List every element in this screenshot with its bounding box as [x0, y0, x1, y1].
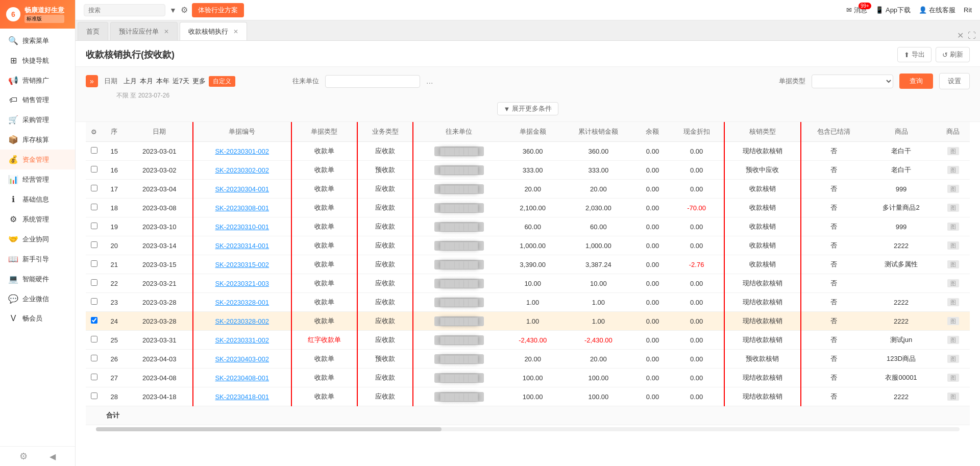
tab-prepay[interactable]: 预计应应付单✕ [110, 22, 178, 40]
export-icon: ⬆ [904, 51, 910, 59]
cell-checkbox[interactable] [86, 312, 102, 331]
sidebar-item-shortcut[interactable]: ⊞快捷导航 [0, 51, 75, 70]
total-include [801, 406, 866, 425]
filter-partner-input[interactable] [325, 75, 420, 88]
filter-dots[interactable]: ... [426, 77, 433, 86]
doc-no-link[interactable]: SK-20230304-001 [215, 185, 269, 193]
table-row[interactable]: 18 2023-03-08 SK-20230308-001 收款单 应收款 ██… [86, 199, 970, 217]
guide-icon: 📖 [8, 254, 18, 264]
doc-no-link[interactable]: SK-20230408-001 [215, 374, 269, 382]
sidebar-item-member[interactable]: V畅会员 [0, 309, 75, 328]
cell-checkbox[interactable] [86, 236, 102, 255]
cell-include-settled: 否 [801, 331, 866, 350]
cell-checkbox[interactable] [86, 161, 102, 180]
filter-more[interactable]: 更多 [192, 77, 206, 86]
cell-checkbox[interactable] [86, 387, 102, 406]
cell-checkbox[interactable] [86, 217, 102, 236]
cell-checkbox[interactable] [86, 274, 102, 293]
purchase-icon: 🛒 [8, 115, 18, 125]
sidebar-item-purchase[interactable]: 🛒采购管理 [0, 110, 75, 130]
doc-no-link[interactable]: SK-20230331-002 [215, 336, 269, 344]
cell-checkbox[interactable] [86, 255, 102, 274]
table-row[interactable]: 28 2023-04-18 SK-20230418-001 收款单 应收款 ██… [86, 387, 970, 406]
sidebar-item-inventory[interactable]: 📦库存核算 [0, 130, 75, 150]
table-row[interactable]: 23 2023-03-28 SK-20230328-001 收款单 应收款 ██… [86, 293, 970, 312]
doc-no-link[interactable]: SK-20230328-001 [215, 299, 269, 306]
table-scrollbar-thumb [96, 427, 442, 431]
cell-checkbox[interactable] [86, 199, 102, 217]
sidebar-item-operation[interactable]: 📊经营管理 [0, 169, 75, 189]
cell-checkbox[interactable] [86, 369, 102, 387]
table-row[interactable]: 20 2023-03-14 SK-20230314-001 收款单 应收款 ██… [86, 236, 970, 255]
doc-no-link[interactable]: SK-20230403-002 [215, 355, 269, 363]
doc-no-link[interactable]: SK-20230328-002 [215, 317, 269, 325]
cell-discount: 0.00 [669, 387, 724, 406]
table-row[interactable]: 21 2023-03-15 SK-20230315-002 收款单 应收款 ██… [86, 255, 970, 274]
sidebar-item-basic[interactable]: ℹ基础信息 [0, 189, 75, 209]
doc-no-link[interactable]: SK-20230310-001 [215, 223, 269, 231]
sidebar-item-sales[interactable]: 🏷销售管理 [0, 90, 75, 110]
sidebar-item-finance[interactable]: 💰资金管理 [0, 150, 75, 169]
cell-checkbox[interactable] [86, 142, 102, 161]
filter-7days[interactable]: 近7天 [173, 77, 189, 86]
table-row[interactable]: 24 2023-03-28 SK-20230328-002 收款单 应收款 ██… [86, 312, 970, 331]
table-row[interactable]: 22 2023-03-21 SK-20230321-003 收款单 应收款 ██… [86, 274, 970, 293]
cell-checkbox[interactable] [86, 331, 102, 350]
cell-amount: 20.00 [504, 180, 561, 199]
tab-close-prepay[interactable]: ✕ [164, 28, 169, 35]
table-row[interactable]: 17 2023-03-04 SK-20230304-001 收款单 应收款 ██… [86, 180, 970, 199]
filter-settings-btn[interactable]: 设置 [939, 73, 970, 89]
tab-receipt[interactable]: 收款核销执行✕ [180, 22, 247, 40]
sidebar-item-hardware[interactable]: 💻智能硬件 [0, 269, 75, 289]
tabbar-expand-btn[interactable]: ⛶ [968, 31, 976, 40]
filter-custom[interactable]: 自定义 [209, 76, 235, 87]
doc-no-link[interactable]: SK-20230315-002 [215, 261, 269, 268]
tab-close-receipt[interactable]: ✕ [233, 28, 238, 35]
table-row[interactable]: 15 2023-03-01 SK-20230301-002 收款单 应收款 ██… [86, 142, 970, 161]
topbar-gear-btn[interactable]: ⚙ [181, 5, 188, 15]
sidebar-item-search[interactable]: 🔍搜索菜单 [0, 31, 75, 51]
sidebar-item-corp[interactable]: 🤝企业协同 [0, 229, 75, 249]
filter-doctype-select[interactable] [812, 75, 893, 88]
cell-checkbox[interactable] [86, 293, 102, 312]
topbar-app-download-btn[interactable]: 📱 App下载 [875, 6, 911, 15]
sidebar-item-guide[interactable]: 📖新手引导 [0, 249, 75, 269]
sidebar-item-marketing[interactable]: 📢营销推广 [0, 70, 75, 90]
table-row[interactable]: 16 2023-03-02 SK-20230302-002 收款单 预收款 ██… [86, 161, 970, 180]
table-row[interactable]: 27 2023-04-08 SK-20230408-001 收款单 应收款 ██… [86, 369, 970, 387]
th-discount: 现金折扣 [669, 122, 724, 142]
table-scrollbar[interactable] [96, 427, 960, 431]
sidebar-item-system[interactable]: ⚙系统管理 [0, 209, 75, 229]
sidebar-item-wechat[interactable]: 💬企业微信 [0, 289, 75, 309]
cell-checkbox[interactable] [86, 350, 102, 369]
tabbar-close-btn[interactable]: ✕ [957, 31, 964, 40]
doc-no-link[interactable]: SK-20230418-001 [215, 393, 269, 401]
table-row[interactable]: 19 2023-03-10 SK-20230310-001 收款单 应收款 ██… [86, 217, 970, 236]
topbar-dropdown-btn[interactable]: ▼ [169, 6, 177, 14]
refresh-button[interactable]: ↺ 刷新 [936, 47, 970, 62]
topbar-solution-btn[interactable]: 体验行业方案 [192, 3, 244, 17]
sidebar-collapse-icon[interactable]: ◀ [50, 452, 56, 461]
doc-no-link[interactable]: SK-20230314-001 [215, 242, 269, 250]
doc-no-link[interactable]: SK-20230308-001 [215, 204, 269, 212]
filter-expand-btn[interactable]: » [86, 75, 98, 87]
filter-expand-more-btn[interactable]: ▼ 展开更多条件 [497, 102, 559, 115]
filter-this-year[interactable]: 本年 [156, 77, 169, 86]
doc-no-link[interactable]: SK-20230321-003 [215, 280, 269, 287]
table-row[interactable]: 25 2023-03-31 SK-20230331-002 红字收款单 应收款 … [86, 331, 970, 350]
filter-last-month[interactable]: 上月 [124, 77, 137, 86]
topbar-search-input[interactable] [84, 4, 165, 16]
doc-no-link[interactable]: SK-20230302-002 [215, 166, 269, 174]
table-row[interactable]: 26 2023-04-03 SK-20230403-002 收款单 预收款 ██… [86, 350, 970, 369]
filter-query-btn[interactable]: 查询 [899, 73, 933, 89]
cell-checkbox[interactable] [86, 180, 102, 199]
topbar-service-btn[interactable]: 👤 在线客服 [919, 6, 955, 15]
topbar-message-btn[interactable]: ✉ 消息 99+ [846, 6, 867, 15]
doc-no-link[interactable]: SK-20230301-002 [215, 148, 269, 155]
tab-home[interactable]: 首页 [78, 22, 108, 40]
filter-this-month[interactable]: 本月 [140, 77, 153, 86]
th-settings[interactable]: ⚙ [86, 122, 102, 142]
sidebar-gear-icon[interactable]: ⚙ [19, 451, 28, 462]
export-button[interactable]: ⬆ 导出 [897, 47, 932, 62]
cell-biz-type: 应收款 [357, 369, 413, 387]
